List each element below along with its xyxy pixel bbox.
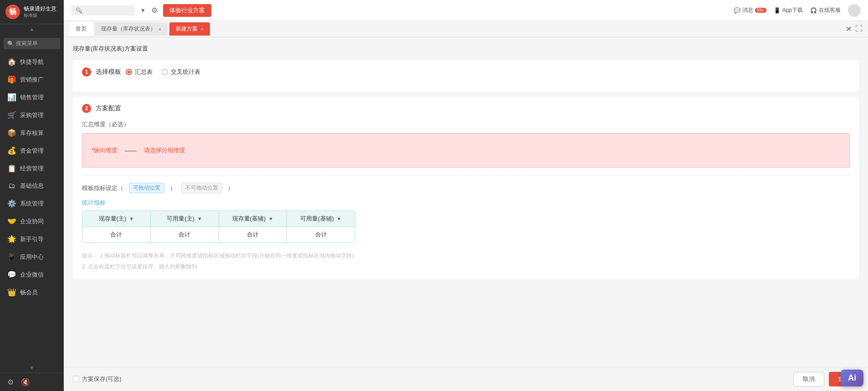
dimension-box[interactable]: *纵向维度 —— 请选择分组维度 bbox=[82, 133, 850, 168]
sidebar-item-operations[interactable]: 📋 经营管理 bbox=[0, 159, 64, 177]
sidebar-item-enterprise[interactable]: 🤝 企业协同 bbox=[0, 212, 64, 230]
save-option[interactable]: 方案保存(可选) bbox=[73, 375, 122, 383]
marketing-icon: 🎁 bbox=[7, 75, 16, 84]
tab-home[interactable]: 首页 bbox=[69, 22, 93, 36]
try-industry-btn[interactable]: 体验行业方案 bbox=[163, 4, 211, 17]
online-service-label: 在线客服 bbox=[819, 6, 841, 14]
sidebar-item-label: 销售管理 bbox=[20, 93, 44, 102]
page-title: 现存量(库存状况表)方案设置 bbox=[73, 45, 859, 53]
col-header-1[interactable]: 可用量(主) ▼ bbox=[151, 211, 219, 226]
col-chevron-1: ▼ bbox=[197, 216, 202, 221]
search-icon: 🔍 bbox=[7, 41, 14, 47]
topbar: 🔍 ▼ ⚙ 体验行业方案 💬 消息 99+ 📱 App下载 🎧 在线客服 bbox=[64, 0, 868, 21]
stats-table-header: 现存量(主) ▼ 可用量(主) ▼ 现存量(基辅) ▼ 可用量(基辅) bbox=[82, 211, 355, 226]
save-checkbox[interactable] bbox=[73, 376, 79, 382]
sidebar-logo: 畅 畅康通好生意 标准版 bbox=[0, 0, 64, 24]
tab-expand-icon[interactable]: ⛶ bbox=[855, 25, 863, 33]
sidebar-item-label: 企业微信 bbox=[20, 271, 44, 279]
step2-label: 方案配置 bbox=[96, 104, 121, 113]
draggable-tag: 可拖动位置 bbox=[129, 183, 164, 193]
dimension-required: *纵向维度 bbox=[92, 146, 117, 154]
indicator-settings: 模板指标设定（ 可拖动位置 ） 不可拖动位置 ） bbox=[82, 183, 850, 193]
tab-inventory-label: 现存量（库存状况表） bbox=[101, 25, 156, 33]
indicator-label: 模板指标设定（ bbox=[82, 184, 123, 192]
sidebar-item-label: 新手引导 bbox=[20, 235, 44, 243]
sidebar-item-label: 营销推广 bbox=[20, 76, 44, 84]
col-header-3[interactable]: 可用量(基辅) ▼ bbox=[287, 211, 355, 226]
sidebar-item-label: 系统管理 bbox=[20, 200, 44, 208]
topbar-search-bar[interactable]: 🔍 bbox=[71, 5, 135, 15]
topbar-settings-icon[interactable]: ⚙ bbox=[151, 6, 158, 15]
ai-button[interactable]: Ai bbox=[841, 370, 863, 386]
tab-new-plan-close[interactable]: × bbox=[200, 26, 203, 32]
logo-icon: 畅 bbox=[5, 5, 20, 19]
sidebar-item-sales[interactable]: 📊 销售管理 bbox=[0, 88, 64, 106]
sidebar-item-app-center[interactable]: 📱 应用中心 bbox=[0, 248, 64, 266]
tab-inventory-status[interactable]: 现存量（库存状况表） × bbox=[95, 22, 168, 36]
sidebar-item-label: 企业协同 bbox=[20, 217, 44, 226]
stats-table-row: 合计 合计 合计 合计 bbox=[82, 226, 355, 242]
sidebar-item-purchase[interactable]: 🛒 采购管理 bbox=[0, 106, 64, 124]
col-header-2[interactable]: 现存量(基辅) ▼ bbox=[219, 211, 287, 226]
online-service-item[interactable]: 🎧 在线客服 bbox=[810, 6, 841, 14]
sidebar-item-enterprise-wx[interactable]: 💬 企业微信 bbox=[0, 266, 64, 283]
tab-new-plan[interactable]: 新建方案 × bbox=[169, 22, 209, 36]
hint-line-2: 2. 点击标题栏下拉可设置排序、插入列和删除列 bbox=[82, 261, 850, 272]
step2-header: 2 方案配置 bbox=[82, 104, 850, 113]
sidebar-item-basic-info[interactable]: 🗂 基础信息 bbox=[0, 177, 64, 195]
sidebar-scroll-down[interactable]: ▼ bbox=[0, 363, 64, 373]
step2-panel: 2 方案配置 汇总维度（必选） *纵向维度 —— 请选择分组维度 模板指标设定（… bbox=[73, 97, 859, 279]
app-edition: 标准版 bbox=[24, 12, 56, 18]
finance-icon: 💰 bbox=[7, 146, 16, 155]
purchase-icon: 🛒 bbox=[7, 111, 16, 119]
radio-summary-circle bbox=[126, 69, 132, 75]
radio-cross-label: 交叉统计表 bbox=[171, 68, 200, 76]
settings-icon[interactable]: ⚙ bbox=[7, 378, 14, 386]
hint-box: 提示： 1.拖动标题栏可以调整布局，不可跨维度或指标区域拖动栏目字段(只能在同一… bbox=[82, 250, 850, 272]
quick-nav-icon: 🏠 bbox=[7, 57, 16, 66]
sidebar-item-system[interactable]: ⚙️ 系统管理 bbox=[0, 195, 64, 212]
sidebar-scroll-up[interactable]: ▲ bbox=[0, 24, 64, 34]
stats-title: 统计指标 bbox=[82, 199, 850, 207]
app-center-icon: 📱 bbox=[7, 252, 16, 261]
vip-icon: 👑 bbox=[7, 288, 16, 297]
enterprise-icon: 🤝 bbox=[7, 217, 16, 226]
cell-1: 合计 bbox=[151, 227, 219, 242]
step1-num: 1 bbox=[82, 67, 91, 77]
sidebar-item-label: 畅会员 bbox=[20, 288, 38, 297]
stats-table: 现存量(主) ▼ 可用量(主) ▼ 现存量(基辅) ▼ 可用量(基辅) bbox=[82, 211, 355, 243]
cancel-button[interactable]: 取消 bbox=[793, 372, 824, 386]
messages-badge: 99+ bbox=[755, 8, 766, 13]
tab-close-icon[interactable]: ✕ bbox=[846, 25, 852, 33]
radio-cross[interactable]: 交叉统计表 bbox=[162, 68, 200, 76]
radio-summary[interactable]: 汇总表 bbox=[126, 68, 153, 76]
template-radio-group: 汇总表 交叉统计表 bbox=[126, 68, 200, 76]
app-download-item[interactable]: 📱 App下载 bbox=[774, 6, 803, 14]
tab-inventory-close[interactable]: × bbox=[158, 26, 161, 32]
sidebar-item-marketing[interactable]: 🎁 营销推广 bbox=[0, 71, 64, 88]
sidebar-item-finance[interactable]: 💰 资金管理 bbox=[0, 142, 64, 159]
new-guide-icon: 🌟 bbox=[7, 235, 16, 243]
sidebar-item-quick-nav[interactable]: 🏠 快捷导航 bbox=[0, 53, 64, 71]
inventory-icon: 📦 bbox=[7, 129, 16, 137]
dimension-sublabel: 汇总维度（必选） bbox=[82, 120, 850, 129]
sidebar-search[interactable]: 🔍 搜索菜单 bbox=[4, 38, 60, 49]
step1-panel: 1 选择模板 汇总表 交叉统计表 bbox=[73, 60, 859, 91]
search-icon: 🔍 bbox=[76, 7, 82, 14]
sidebar: 畅 畅康通好生意 标准版 ▲ 🔍 搜索菜单 🏠 快捷导航 🎁 营销推广 📊 销售… bbox=[0, 0, 64, 391]
audio-icon[interactable]: 🔇 bbox=[21, 378, 30, 386]
cell-2: 合计 bbox=[219, 227, 287, 242]
col-header-0[interactable]: 现存量(主) ▼ bbox=[82, 211, 151, 226]
tabs-bar: 首页 现存量（库存状况表） × 新建方案 × ✕ ⛶ bbox=[64, 21, 868, 37]
col-label-0: 现存量(主) bbox=[99, 215, 127, 223]
sidebar-item-inventory[interactable]: 📦 库存核算 bbox=[0, 124, 64, 142]
system-icon: ⚙️ bbox=[7, 199, 16, 208]
sidebar-item-label: 经营管理 bbox=[20, 165, 44, 173]
sidebar-item-new-guide[interactable]: 🌟 新手引导 bbox=[0, 230, 64, 248]
messages-item[interactable]: 💬 消息 99+ bbox=[734, 6, 766, 14]
sidebar-item-vip[interactable]: 👑 畅会员 bbox=[0, 283, 64, 301]
mobile-icon: 📱 bbox=[774, 7, 781, 14]
avatar[interactable] bbox=[848, 4, 861, 17]
stats-section: 统计指标 现存量(主) ▼ 可用量(主) ▼ 现存量(基辅) bbox=[82, 199, 850, 243]
dropdown-btn[interactable]: ▼ bbox=[140, 7, 146, 14]
